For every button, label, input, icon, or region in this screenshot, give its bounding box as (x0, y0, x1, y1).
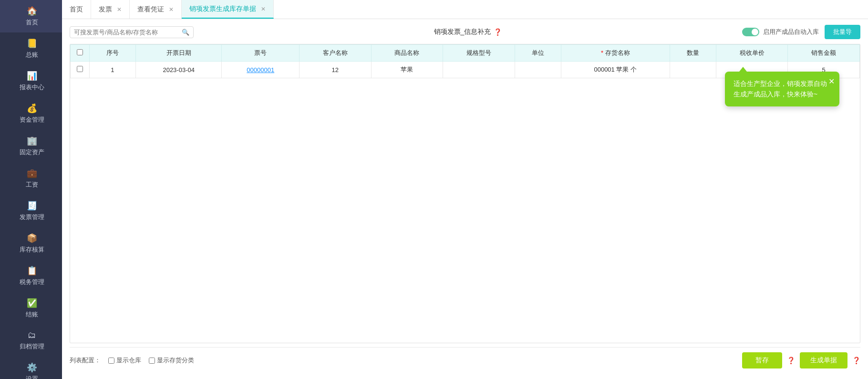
assets-icon: 🏢 (27, 136, 37, 146)
save-help-icon[interactable]: ❓ (787, 357, 795, 364)
sidebar-item-label: 发票管理 (20, 213, 44, 221)
row-date: 2023-03-04 (135, 62, 221, 78)
tab-view-voucher[interactable]: 查看凭证 ✕ (130, 0, 182, 19)
col-header-date: 开票日期 (135, 45, 221, 62)
row-checkbox-cell (71, 62, 90, 78)
row-seq: 1 (90, 62, 136, 78)
col-header-unit-price: 税收单价 (716, 45, 788, 62)
tooltip-arrow (739, 67, 747, 72)
info-label-text: 销项发票_信息补充 (434, 28, 491, 36)
sidebar-item-home[interactable]: 🏠 首页 (0, 0, 62, 32)
generate-button[interactable]: 生成单据 (800, 352, 847, 368)
sidebar-item-payroll[interactable]: 💼 工资 (0, 162, 62, 195)
page-content: 🔍 销项发票_信息补充 ❓ 启用产成品自动入库 批量导 (62, 19, 868, 379)
sidebar-item-invoice-mgmt[interactable]: 🧾 发票管理 (0, 195, 62, 227)
invoice-mgmt-icon: 🧾 (27, 200, 37, 211)
tooltip-text: 适合生产型企业，销项发票自动生成产成品入库，快来体验~ (734, 80, 827, 98)
inventory-icon: 📦 (27, 233, 37, 243)
sidebar-item-label: 首页 (26, 18, 38, 27)
sidebar-item-label: 总账 (26, 51, 38, 59)
row-product: 苹果 (371, 62, 443, 78)
col-header-inventory: 存货名称 (561, 45, 670, 62)
col-header-unit: 单位 (515, 45, 561, 62)
sidebar-item-label: 资金管理 (20, 116, 44, 124)
ledger-icon: 📒 (27, 38, 37, 49)
col-header-customer: 客户名称 (300, 45, 372, 62)
show-category-checkbox[interactable] (149, 358, 155, 364)
row-customer: 12 (300, 62, 372, 78)
search-icon[interactable]: 🔍 (182, 29, 189, 36)
sidebar-item-archive[interactable]: 🗂 归档管理 (0, 325, 62, 357)
tab-sales-return-close[interactable]: ✕ (261, 6, 266, 12)
sidebar-item-settings[interactable]: ⚙️ 设置 (0, 357, 62, 379)
tab-bar: 首页 发票 ✕ 查看凭证 ✕ 销项发票生成库存单据 ✕ (62, 0, 868, 19)
toggle-label: 启用产成品自动入库 (763, 28, 819, 36)
tooltip-close-button[interactable]: ✕ (828, 75, 835, 88)
sidebar-item-reports[interactable]: 📊 报表中心 (0, 65, 62, 97)
sidebar-item-label: 税务管理 (20, 278, 44, 286)
row-spec (443, 62, 515, 78)
info-help-icon[interactable]: ❓ (494, 28, 502, 36)
home-icon: 🏠 (27, 6, 37, 16)
settings-icon: ⚙️ (27, 362, 37, 373)
sidebar-item-label: 固定资产 (20, 148, 44, 157)
tax-icon: 📋 (27, 265, 37, 276)
search-box[interactable]: 🔍 (70, 26, 194, 38)
row-checkbox[interactable] (77, 66, 83, 72)
row-number[interactable]: 00000001 (222, 62, 300, 78)
show-warehouse-label[interactable]: 显示仓库 (108, 356, 141, 365)
toggle-area: 启用产成品自动入库 (742, 28, 819, 36)
col-header-spec: 规格型号 (443, 45, 515, 62)
col-header-checkbox (71, 45, 90, 62)
col-header-number: 票号 (222, 45, 300, 62)
sidebar-item-tax[interactable]: 📋 税务管理 (0, 260, 62, 292)
sidebar-item-inventory[interactable]: 📦 库存核算 (0, 227, 62, 260)
sidebar-item-label: 工资 (26, 180, 38, 189)
select-all-checkbox[interactable] (77, 49, 83, 55)
search-input[interactable] (74, 29, 179, 36)
toolbar: 🔍 销项发票_信息补充 ❓ 启用产成品自动入库 批量导 (70, 25, 860, 39)
archive-icon: 🗂 (28, 330, 36, 340)
tooltip-popup: ✕ 适合生产型企业，销项发票自动生成产成品入库，快来体验~ (725, 72, 839, 106)
generate-help-icon[interactable]: ❓ (852, 357, 860, 364)
batch-import-button[interactable]: 批量导 (825, 25, 860, 39)
tab-view-voucher-close[interactable]: ✕ (169, 6, 174, 13)
sidebar-item-funds[interactable]: 💰 资金管理 (0, 97, 62, 130)
sidebar-item-ledger[interactable]: 📒 总账 (0, 32, 62, 65)
sidebar: 🏠 首页 📒 总账 📊 报表中心 💰 资金管理 🏢 固定资产 💼 工资 🧾 发票… (0, 0, 62, 379)
info-label-area: 销项发票_信息补充 ❓ (199, 28, 736, 36)
sidebar-item-label: 归档管理 (20, 342, 44, 351)
list-config-label: 列表配置： (70, 356, 101, 365)
show-warehouse-checkbox[interactable] (108, 358, 114, 364)
funds-icon: 💰 (27, 103, 37, 114)
col-header-sales-amount: 销售金额 (788, 45, 860, 62)
sidebar-item-assets[interactable]: 🏢 固定资产 (0, 130, 62, 162)
table-header-row: 序号 开票日期 票号 客户名称 商品名称 规格型号 单位 存货名称 数量 税收单… (71, 45, 860, 62)
checkout-icon: ✅ (27, 298, 37, 308)
row-inventory[interactable]: 000001 苹果 个 (561, 62, 670, 78)
sidebar-item-label: 结账 (26, 310, 38, 319)
sidebar-item-label: 报表中心 (20, 83, 44, 92)
row-unit (515, 62, 561, 78)
auto-inbound-toggle[interactable] (742, 28, 759, 36)
sidebar-item-checkout[interactable]: ✅ 结账 (0, 292, 62, 325)
show-category-label[interactable]: 显示存货分类 (149, 356, 194, 365)
row-qty (670, 62, 716, 78)
main-area: 首页 发票 ✕ 查看凭证 ✕ 销项发票生成库存单据 ✕ 🔍 销项发票_信息补充 … (62, 0, 868, 379)
sidebar-item-label: 库存核算 (20, 245, 44, 254)
tab-home-label: 首页 (70, 5, 83, 14)
reports-icon: 📊 (27, 71, 37, 81)
col-header-seq: 序号 (90, 45, 136, 62)
tab-sales-return[interactable]: 销项发票生成库存单据 ✕ (182, 0, 274, 19)
save-button[interactable]: 暂存 (742, 352, 782, 368)
tab-invoice-close[interactable]: ✕ (117, 6, 122, 13)
tab-invoice-label: 发票 (99, 5, 112, 14)
tab-invoice[interactable]: 发票 ✕ (91, 0, 130, 19)
col-header-qty: 数量 (670, 45, 716, 62)
tab-home[interactable]: 首页 (62, 0, 91, 19)
col-header-product: 商品名称 (371, 45, 443, 62)
tab-view-voucher-label: 查看凭证 (137, 5, 164, 14)
action-buttons: 暂存 ❓ 生成单据 ❓ (742, 352, 860, 368)
sidebar-item-label: 设置 (26, 375, 38, 379)
tab-sales-return-label: 销项发票生成库存单据 (189, 5, 256, 13)
